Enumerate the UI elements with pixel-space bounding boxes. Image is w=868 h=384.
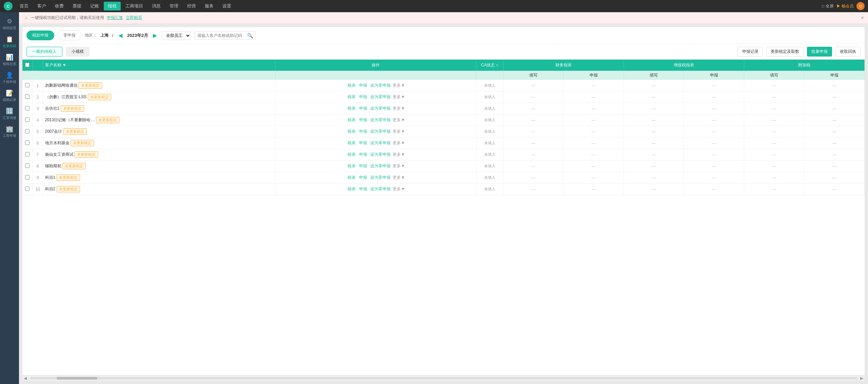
op-more-link[interactable]: 更多▼ (393, 141, 405, 145)
status-badge[interactable]: 未更新税定 (63, 128, 87, 135)
row-checkbox-8[interactable] (25, 175, 29, 179)
row-checkbox-6[interactable] (25, 152, 29, 156)
status-badge[interactable]: 未更新税定 (96, 117, 119, 123)
op-taxform-link[interactable]: 税表 (348, 141, 356, 145)
status-badge[interactable]: 未更新税定 (79, 82, 102, 89)
op-taxform-link[interactable]: 税表 (348, 164, 356, 168)
op-zerodeclare-link[interactable]: 设为零申报 (370, 94, 391, 99)
op-more-link[interactable]: 更多▼ (393, 175, 405, 180)
op-more-link[interactable]: 更多▼ (393, 94, 405, 99)
sidebar-item-jisuanqingze[interactable]: 🔢 汇算清缴 (0, 105, 19, 123)
op-more-link[interactable]: 更多▼ (393, 129, 405, 134)
op-more-link[interactable]: 更多▼ (393, 118, 405, 122)
nav-message[interactable]: 消息 (148, 2, 165, 10)
status-badge[interactable]: 未更新税定 (57, 186, 80, 192)
status-badge[interactable]: 未更新税定 (61, 105, 84, 112)
region-info-icon[interactable]: ℹ (112, 33, 114, 38)
tab-general-taxpayer[interactable]: 一般的纳税人 (26, 47, 62, 57)
nav-settings[interactable]: 设置 (218, 2, 235, 10)
row-checkbox-cell[interactable] (22, 172, 33, 184)
row-checkbox-9[interactable] (25, 187, 29, 191)
withdraw-btn[interactable]: 收取回执 (835, 47, 861, 57)
op-zerodeclare-link[interactable]: 设为零申报 (370, 83, 391, 88)
row-checkbox-2[interactable] (25, 106, 29, 110)
op-zerodeclare-link[interactable]: 设为零申报 (370, 141, 391, 145)
nav-accounting[interactable]: 记账 (86, 2, 103, 10)
fullscreen-btn[interactable]: □ 全屏 (822, 3, 834, 9)
op-taxform-link[interactable]: 税表 (348, 187, 356, 191)
banner-close-btn[interactable]: × (861, 15, 864, 21)
nav-invoice[interactable]: 票据 (68, 2, 85, 10)
scroll-thumb[interactable] (57, 377, 97, 380)
search-button[interactable]: 🔍 (247, 33, 253, 38)
sidebar-item-geshebaoshui[interactable]: 👤 个税申报 (0, 69, 19, 87)
row-checkbox-1[interactable] (25, 94, 29, 99)
op-declare-link[interactable]: 申报 (359, 129, 367, 134)
declare-link[interactable]: 申报汇签 (107, 15, 123, 21)
row-checkbox-cell[interactable] (22, 91, 33, 103)
select-all-checkbox[interactable] (25, 63, 29, 67)
op-more-link[interactable]: 更多▼ (393, 106, 405, 111)
row-checkbox-cell[interactable] (22, 80, 33, 91)
nav-manage[interactable]: 管理 (165, 2, 182, 10)
op-zerodeclare-link[interactable]: 设为零申报 (370, 129, 391, 134)
nav-customer[interactable]: 客户 (33, 2, 50, 10)
row-checkbox-cell[interactable] (22, 184, 33, 195)
search-input[interactable] (194, 31, 255, 40)
op-taxform-link[interactable]: 税表 (348, 129, 356, 134)
op-more-link[interactable]: 更多▼ (393, 152, 405, 157)
row-checkbox-cell[interactable] (22, 161, 33, 172)
op-more-link[interactable]: 更多▼ (393, 164, 405, 168)
status-badge[interactable]: 未更新税定 (71, 140, 94, 146)
op-declare-link[interactable]: 申报 (359, 94, 367, 99)
status-badge[interactable]: 未更新税定 (88, 94, 111, 100)
vip-btn[interactable]: ▶ 畅会员 (836, 3, 854, 9)
row-checkbox-cell[interactable] (22, 137, 33, 149)
op-taxform-link[interactable]: 税表 (348, 83, 356, 88)
sidebar-item-gongshangnianbo[interactable]: 🏢 工商年报 (0, 123, 19, 141)
update-quota-btn[interactable]: 更新税定及取数 (766, 47, 804, 57)
th-select-all[interactable] (22, 60, 33, 71)
op-declare-link[interactable]: 申报 (359, 187, 367, 191)
tab-taxdeclare[interactable]: 税款申报 (26, 30, 54, 40)
op-taxform-link[interactable]: 税表 (348, 118, 356, 122)
row-checkbox-cell[interactable] (22, 103, 33, 114)
bottom-scrollbar[interactable]: ◀ ▶ (22, 375, 865, 381)
status-badge[interactable]: 未更新税定 (57, 174, 80, 181)
user-avatar[interactable]: U (856, 2, 865, 10)
op-taxform-link[interactable]: 税表 (348, 106, 356, 111)
tab-zerodeclare[interactable]: 零申报 (58, 30, 81, 40)
row-checkbox-7[interactable] (25, 164, 29, 168)
op-taxform-link[interactable]: 税表 (348, 175, 356, 180)
status-badge[interactable]: 未更新税定 (75, 151, 98, 158)
op-taxform-link[interactable]: 税表 (348, 152, 356, 157)
op-zerodeclare-link[interactable]: 设为零申报 (370, 187, 391, 191)
period-next-btn[interactable]: ▶ (152, 31, 158, 39)
nav-operation[interactable]: 经营 (183, 2, 200, 10)
sidebar-item-baoshuishezhi[interactable]: ⚙ 报税设置 (0, 15, 19, 33)
status-badge[interactable]: 未更新税定 (62, 163, 86, 169)
row-checkbox-cell[interactable] (22, 149, 33, 161)
staff-select[interactable]: 全部员工 (162, 31, 191, 40)
sidebar-item-baoshuizonglan[interactable]: 📊 报税总览 (0, 51, 19, 69)
nav-business[interactable]: 工商项目 (121, 2, 147, 10)
sidebar-item-baoshujilu[interactable]: 📝 报税记录 (0, 87, 19, 105)
op-more-link[interactable]: 更多▼ (393, 83, 405, 88)
row-checkbox-cell[interactable] (22, 114, 33, 126)
op-zerodeclare-link[interactable]: 设为零申报 (370, 175, 391, 180)
scroll-track[interactable] (29, 377, 857, 380)
tab-small-scale[interactable]: 小规模 (66, 47, 90, 57)
period-prev-btn[interactable]: ◀ (117, 31, 124, 39)
nav-home[interactable]: 首页 (16, 2, 33, 10)
op-more-link[interactable]: 更多▼ (393, 187, 405, 191)
op-zerodeclare-link[interactable]: 设为零申报 (370, 106, 391, 111)
nav-fee[interactable]: 收费 (51, 2, 68, 10)
row-checkbox-0[interactable] (25, 83, 29, 87)
nav-service[interactable]: 服务 (201, 2, 218, 10)
op-declare-link[interactable]: 申报 (359, 152, 367, 157)
row-checkbox-4[interactable] (25, 129, 29, 133)
row-checkbox-cell[interactable] (22, 126, 33, 137)
op-zerodeclare-link[interactable]: 设为零申报 (370, 152, 391, 157)
op-zerodeclare-link[interactable]: 设为零申报 (370, 164, 391, 168)
op-zerodeclare-link[interactable]: 设为零申报 (370, 118, 391, 122)
